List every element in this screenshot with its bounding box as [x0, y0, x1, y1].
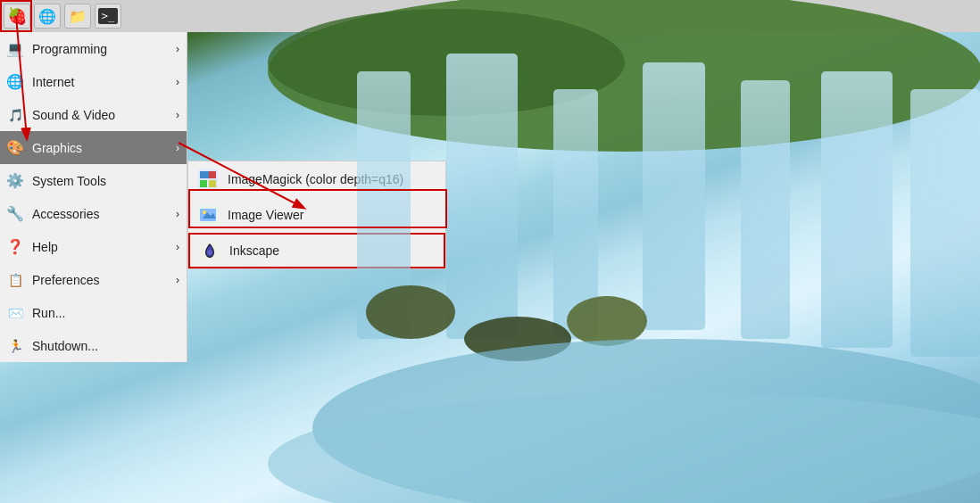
- preferences-icon: 📋: [5, 270, 25, 290]
- svg-rect-21: [200, 171, 209, 178]
- raspberry-menu-button[interactable]: 🍓: [4, 4, 30, 29]
- image-viewer-icon: [197, 204, 219, 226]
- arrow-programming: ›: [176, 43, 179, 55]
- submenu-label-imagemagick: ImageMagick (color depth=q16): [228, 172, 403, 186]
- inkscape-icon: [199, 240, 220, 261]
- menu-item-help[interactable]: ❓ Help ›: [0, 230, 187, 263]
- menu-label-system-tools: System Tools: [32, 174, 106, 188]
- arrow-sound-video: ›: [176, 109, 179, 121]
- svg-rect-24: [209, 180, 216, 187]
- globe-icon: 🌐: [38, 8, 56, 25]
- arrow-graphics: ›: [176, 142, 179, 154]
- terminal-button[interactable]: >_: [95, 4, 121, 29]
- main-menu: 💻 Programming › 🌐 Internet › 🎵 Sound & V…: [0, 32, 187, 362]
- arrow-internet: ›: [176, 76, 179, 88]
- programming-icon: 💻: [5, 39, 25, 59]
- menu-item-preferences[interactable]: 📋 Preferences ›: [0, 263, 187, 296]
- submenu-item-image-viewer[interactable]: Image Viewer: [188, 197, 445, 233]
- browser-button[interactable]: 🌐: [34, 4, 61, 29]
- sound-video-icon: 🎵: [5, 105, 25, 125]
- system-tools-icon: ⚙️: [5, 171, 25, 191]
- imagemagick-icon: [197, 169, 219, 190]
- folder-icon: 📁: [69, 8, 87, 25]
- menu-item-internet[interactable]: 🌐 Internet ›: [0, 65, 187, 98]
- menu-item-programming[interactable]: 💻 Programming ›: [0, 32, 187, 65]
- menu-item-system-tools[interactable]: ⚙️ System Tools: [0, 164, 187, 197]
- menu-label-sound-video: Sound & Video: [32, 108, 115, 122]
- menu-label-help: Help: [32, 240, 58, 254]
- menu-label-internet: Internet: [32, 75, 74, 89]
- svg-rect-22: [209, 171, 216, 178]
- graphics-submenu: ImageMagick (color depth=q16) Image View…: [187, 161, 446, 269]
- menu-item-shutdown[interactable]: 🏃 Shutdown...: [0, 329, 187, 362]
- submenu-item-inkscape[interactable]: Inkscape: [188, 233, 445, 268]
- menu-item-accessories[interactable]: 🔧 Accessories ›: [0, 197, 187, 230]
- menu-label-accessories: Accessories: [32, 207, 99, 221]
- terminal-icon: >_: [98, 8, 118, 24]
- menu-label-run: Run...: [32, 306, 65, 320]
- arrow-accessories: ›: [176, 208, 179, 220]
- run-icon: ✉️: [5, 303, 25, 323]
- menu-item-run[interactable]: ✉️ Run...: [0, 296, 187, 329]
- accessories-icon: 🔧: [5, 204, 25, 224]
- arrow-preferences: ›: [176, 274, 179, 286]
- menu-label-preferences: Preferences: [32, 273, 99, 287]
- taskbar: 🍓 🌐 📁 >_: [0, 0, 980, 32]
- menu-item-sound-video[interactable]: 🎵 Sound & Video ›: [0, 98, 187, 131]
- submenu-item-imagemagick[interactable]: ImageMagick (color depth=q16): [188, 161, 445, 197]
- svg-rect-23: [200, 180, 207, 187]
- arrow-help: ›: [176, 241, 179, 253]
- submenu-label-image-viewer: Image Viewer: [228, 208, 303, 222]
- menu-label-programming: Programming: [32, 42, 107, 56]
- internet-icon: 🌐: [5, 72, 25, 92]
- submenu-label-inkscape: Inkscape: [229, 243, 279, 258]
- graphics-icon: 🎨: [5, 138, 25, 158]
- help-icon: ❓: [5, 237, 25, 257]
- shutdown-icon: 🏃: [5, 336, 25, 356]
- raspberry-icon: 🍓: [7, 6, 27, 26]
- menu-label-shutdown: Shutdown...: [32, 339, 98, 353]
- menu-item-graphics[interactable]: 🎨 Graphics ›: [0, 131, 187, 164]
- svg-point-28: [203, 210, 206, 214]
- svg-point-30: [207, 250, 212, 255]
- file-manager-button[interactable]: 📁: [64, 4, 91, 29]
- menu-label-graphics: Graphics: [32, 141, 82, 155]
